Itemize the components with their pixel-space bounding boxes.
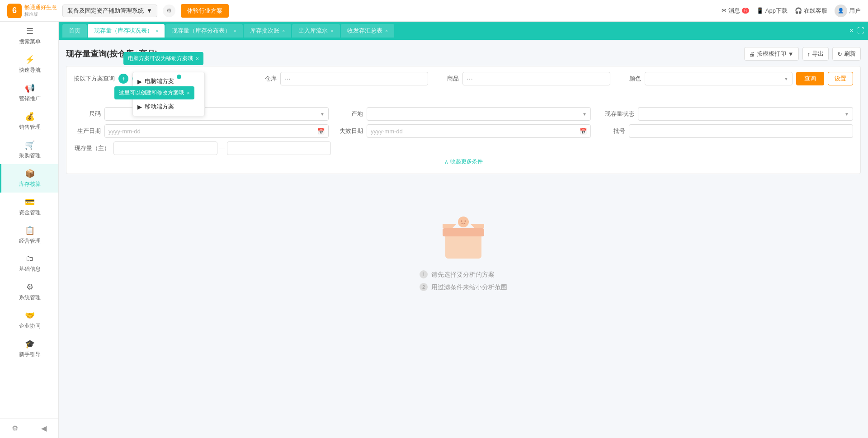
tab-inventory-status[interactable]: 现存量（库存状况表） × [88, 24, 165, 38]
sidebar-item-quick-nav[interactable]: ⚡ 快速导航 [0, 50, 58, 79]
sidebar-label-purchase: 采购管理 [19, 152, 41, 160]
sidebar-item-enterprise[interactable]: 🤝 企业协同 [0, 306, 58, 334]
warehouse-label: 仓库 [250, 75, 277, 83]
sidebar-item-operations[interactable]: 📋 经营管理 [0, 221, 58, 250]
enterprise-icon: 🤝 [25, 311, 35, 320]
filter-label: 按以下方案查询 [74, 75, 115, 83]
batch-no-input[interactable] [629, 124, 853, 138]
industry-button[interactable]: 体验行业方案 [181, 4, 229, 18]
refresh-button[interactable]: ↻ 刷新 [832, 47, 861, 61]
sidebar-item-marketing[interactable]: 📢 营销推广 [0, 79, 58, 107]
origin-dropdown-icon: ▼ [582, 112, 587, 117]
mobile-scheme-label: 移动端方案 [145, 103, 174, 111]
online-support-button[interactable]: 🎧 在线客服 [795, 7, 827, 15]
tab-recv-summary-close[interactable]: × [385, 28, 388, 33]
tab-home[interactable]: 首页 [62, 24, 87, 38]
stock-status-input[interactable]: ▼ [638, 107, 853, 121]
filter-row-3: 生产日期 yyyy-mm-dd 📅 失效日期 yyyy-mm-dd 📅 [74, 124, 853, 138]
stock-qty-to[interactable] [227, 141, 331, 155]
inventory-icon: 📦 [25, 169, 35, 179]
tab-inventory-status-close[interactable]: × [156, 28, 158, 33]
sidebar-item-purchase[interactable]: 🛒 采购管理 [0, 136, 58, 164]
empty-step-2: 2 用过滤条件来缩小分析范围 [420, 281, 507, 293]
marketing-icon: 📢 [25, 83, 35, 93]
system-selector[interactable]: 装备及固定资产辅助管理系统 ▼ [62, 5, 157, 17]
message-label: 消息 [728, 7, 740, 15]
guide-icon: 🎓 [25, 339, 35, 349]
tab-batch-ledger[interactable]: 库存批次账 × [244, 24, 291, 38]
print-button[interactable]: 🖨 按模板打印 ▼ [744, 47, 799, 61]
color-field: 颜色 ▼ [614, 72, 793, 85]
range-separator: — [219, 145, 225, 152]
color-input[interactable]: ▼ [645, 72, 793, 85]
sales-icon: 💰 [25, 112, 35, 122]
connector-dot [177, 75, 181, 79]
settings-button[interactable]: ⚙ [163, 5, 175, 17]
sidebar-item-sales[interactable]: 💰 销售管理 [0, 107, 58, 136]
tab-inventory-dist-label: 现存量（库存分布表） [172, 27, 231, 35]
collapse-filter-button[interactable]: ∧ 收起更多条件 [74, 155, 853, 168]
reset-button[interactable]: 设置 [828, 72, 853, 85]
product-placeholder: ··· [467, 75, 473, 82]
arrow-right-icon: ▶ [137, 78, 142, 85]
arrow-right-icon-2: ▶ [137, 104, 142, 110]
tab-recv-summary[interactable]: 收发存汇总表 × [341, 24, 394, 38]
app-download-label: App下载 [765, 7, 788, 15]
scheme-tree-item-pc[interactable]: ▶ 电脑端方案 [133, 75, 204, 88]
chevron-down-icon: ▼ [788, 51, 794, 57]
sidebar-nav: ☰ 搜索菜单 ⚡ 快速导航 📢 营销推广 💰 销售管理 🛒 采购管理 [0, 22, 58, 418]
svg-rect-0 [445, 234, 481, 259]
tab-inventory-dist-close[interactable]: × [233, 28, 236, 33]
sidebar-collapse-btn[interactable]: ◀ [38, 422, 50, 434]
export-label: 导出 [812, 50, 824, 58]
tab-in-out-flow-close[interactable]: × [330, 28, 333, 33]
tab-close-all-btn[interactable]: × [849, 27, 854, 35]
production-date-input[interactable]: yyyy-mm-dd 📅 [104, 124, 329, 138]
scheme-tooltip-bubble: 电脑方案可设为移动方案哦 × [123, 52, 203, 65]
sidebar-label-sales: 销售管理 [19, 123, 41, 131]
user-area[interactable]: 👤 用户 [835, 5, 861, 17]
message-badge: 6 [742, 8, 749, 14]
tooltip-close-1[interactable]: × [196, 56, 199, 62]
tooltip-close-2[interactable]: × [187, 90, 190, 96]
app-download-button[interactable]: 📱 App下载 [756, 7, 788, 15]
expiry-date-input[interactable]: yyyy-mm-dd 📅 [367, 124, 591, 138]
tab-fullscreen-btn[interactable]: ⛶ [857, 27, 864, 35]
tab-batch-ledger-close[interactable]: × [282, 28, 285, 33]
origin-input[interactable]: ▼ [367, 107, 591, 121]
basic-info-icon: 🗂 [26, 254, 34, 264]
sidebar-item-guide[interactable]: 🎓 新手引导 [0, 334, 58, 363]
batch-no-field: 批号 [598, 124, 853, 138]
sidebar-settings-btn[interactable]: ⚙ [8, 422, 22, 434]
scheme-tree-item-mobile[interactable]: ▶ 移动端方案 [133, 100, 204, 113]
empty-text: 1 请先选择要分析的方案 2 用过滤条件来缩小分析范围 [420, 268, 507, 293]
sidebar-bottom: ⚙ ◀ [0, 418, 58, 438]
tab-in-out-flow[interactable]: 出入库流水 × [292, 24, 340, 38]
filter-top-row: 按以下方案查询 + ↻ ← 电脑方案可设为移动方案哦 × [74, 72, 853, 85]
origin-field: 产地 ▼ [336, 107, 591, 121]
search-button[interactable]: 查询 [796, 72, 824, 85]
purchase-icon: 🛒 [25, 140, 35, 150]
sidebar-item-system[interactable]: ⚙ 系统管理 [0, 278, 58, 306]
sidebar-item-inventory[interactable]: 📦 库存核算 [0, 164, 58, 193]
sidebar-item-search-menu[interactable]: ☰ 搜索菜单 [0, 22, 58, 50]
step-num-2: 2 [420, 283, 428, 291]
filter-add-button[interactable]: + [118, 74, 128, 84]
sidebar-item-finance[interactable]: 💳 资金管理 [0, 193, 58, 221]
stock-qty-label: 现存量（主） [74, 144, 110, 152]
search-menu-icon: ☰ [26, 26, 33, 36]
message-button[interactable]: ✉ 消息 6 [722, 7, 749, 15]
step-num-1: 1 [420, 270, 428, 278]
warehouse-field: 仓库 ··· [250, 72, 428, 85]
stock-qty-from[interactable] [113, 141, 217, 155]
export-button[interactable]: ↑ 导出 [802, 47, 829, 61]
top-bar: 6 畅通通好生意 标准版 装备及固定资产辅助管理系统 ▼ ⚙ 体验行业方案 ✉ … [0, 0, 868, 22]
empty-illustration [436, 216, 491, 261]
filter-section: 按以下方案查询 + ↻ ← 电脑方案可设为移动方案哦 × [66, 66, 861, 174]
product-input[interactable]: ··· [462, 72, 610, 85]
tab-inventory-dist[interactable]: 现存量（库存分布表） × [165, 24, 242, 38]
svg-point-3 [461, 221, 462, 222]
warehouse-input[interactable]: ··· [280, 72, 428, 85]
content-area: 首页 现存量（库存状况表） × 现存量（库存分布表） × 库存批次账 × 出入库… [59, 22, 868, 438]
sidebar-item-basic-info[interactable]: 🗂 基础信息 [0, 250, 58, 278]
